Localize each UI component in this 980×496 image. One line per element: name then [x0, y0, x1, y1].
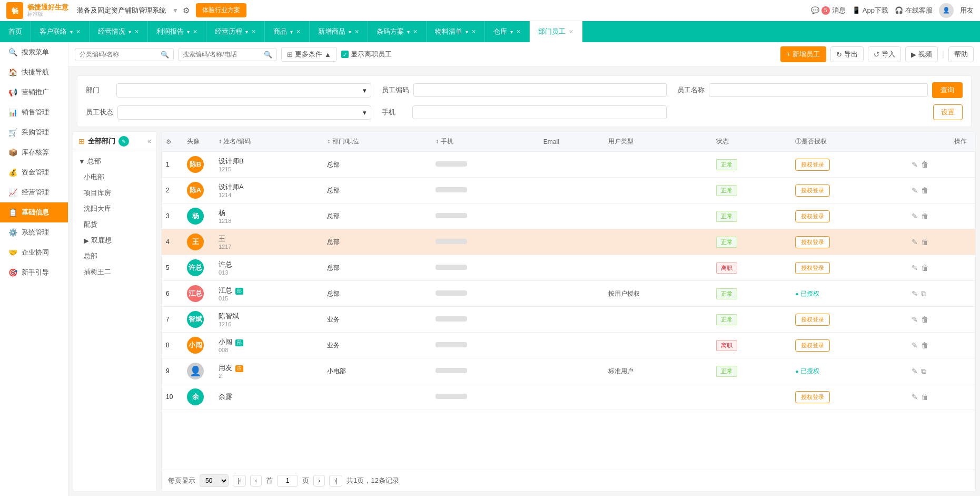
- tab-dept-staff[interactable]: 部门员工✕: [530, 21, 582, 42]
- more-filter-btn[interactable]: ⊞ 更多条件 ▲: [281, 47, 337, 62]
- settings-icon[interactable]: ⚙: [183, 6, 190, 15]
- tab-warehouse[interactable]: 仓库▾✕: [485, 21, 530, 42]
- copy-icon[interactable]: ⧉: [921, 367, 926, 376]
- emp-code-input[interactable]: [413, 83, 667, 97]
- staff-search-box[interactable]: 🔍: [178, 48, 277, 61]
- emp-name-label: 员工名称: [677, 85, 705, 95]
- phone-input[interactable]: [412, 105, 667, 119]
- sidebar-item-collab[interactable]: 🤝 企业协同: [0, 242, 68, 262]
- tab-add-goods[interactable]: 新增商品▾✕: [310, 21, 368, 42]
- app-download-btn[interactable]: 📱 App下载: [852, 6, 888, 15]
- dept-node-chashuwang[interactable]: 插树王二: [73, 264, 156, 280]
- delete-icon[interactable]: 🗑: [921, 341, 928, 349]
- category-search-box[interactable]: 🔍: [75, 48, 174, 61]
- sidebar-item-search[interactable]: 🔍 搜索菜单: [0, 42, 68, 62]
- col-settings[interactable]: ⚙: [162, 132, 183, 152]
- edit-icon[interactable]: ✎: [912, 315, 918, 324]
- edit-icon[interactable]: ✎: [912, 393, 918, 401]
- edit-icon[interactable]: ✎: [912, 264, 918, 272]
- dept-node-root[interactable]: ▼ 总部: [73, 153, 156, 169]
- sidebar-item-basic[interactable]: 📋 基础信息: [0, 202, 68, 222]
- search-btn[interactable]: 查询: [932, 82, 963, 98]
- tab-customer[interactable]: 客户联络▾✕: [31, 21, 90, 42]
- auth-btn[interactable]: 授权登录: [795, 262, 830, 274]
- dept-filter-select[interactable]: ▾: [116, 83, 371, 98]
- delete-icon[interactable]: 🗑: [921, 212, 928, 220]
- edit-icon[interactable]: ✎: [912, 238, 918, 246]
- staff-search-input[interactable]: [183, 51, 262, 58]
- auth-btn[interactable]: 授权登录: [795, 184, 830, 197]
- emp-name-input[interactable]: [709, 83, 928, 97]
- message-btn[interactable]: 💬 5 消息: [811, 6, 846, 15]
- tab-history[interactable]: 经营历程▾✕: [206, 21, 265, 42]
- dept-node-shuanglu[interactable]: ▶ 双鹿想: [73, 232, 156, 248]
- tab-barcode[interactable]: 条码方案▾✕: [368, 21, 427, 42]
- edit-icon[interactable]: ✎: [912, 212, 918, 220]
- view-btn[interactable]: ▶ 视频: [905, 46, 938, 62]
- sidebar-item-system[interactable]: ⚙️ 系统管理: [0, 222, 68, 242]
- col-name[interactable]: ↕ 姓名/编码: [214, 132, 323, 152]
- more-filter-label: 更多条件: [295, 50, 322, 59]
- prev-page-btn[interactable]: ‹: [250, 475, 262, 487]
- dept-node-xiaodian[interactable]: 小电部: [73, 169, 156, 185]
- auth-btn[interactable]: 授权登录: [795, 391, 830, 403]
- delete-icon[interactable]: 🗑: [921, 186, 928, 194]
- edit-icon[interactable]: ✎: [912, 289, 918, 298]
- add-employee-btn[interactable]: + 新增员工: [780, 46, 826, 62]
- tab-bom[interactable]: 物料清单▾✕: [427, 21, 485, 42]
- edit-icon[interactable]: ✎: [912, 367, 918, 376]
- dept-edit-icon[interactable]: ✎: [118, 136, 129, 147]
- message-badge: 5: [821, 6, 830, 15]
- sidebar-item-guide[interactable]: 🎯 新手引导: [0, 262, 68, 283]
- delete-icon[interactable]: 🗑: [921, 315, 928, 324]
- dept-node-zongbu[interactable]: 总部: [73, 248, 156, 264]
- online-service-btn[interactable]: 🎧 在线客服: [895, 6, 933, 15]
- delete-icon[interactable]: 🗑: [921, 160, 928, 169]
- dept-node-peihuo[interactable]: 配货: [73, 217, 156, 232]
- sidebar-item-finance[interactable]: 💰 资金管理: [0, 162, 68, 182]
- show-inactive-checkbox[interactable]: ✓: [341, 51, 349, 58]
- sidebar-item-business[interactable]: 📈 经营管理: [0, 182, 68, 202]
- delete-icon[interactable]: 🗑: [921, 393, 928, 401]
- dept-node-shenyang[interactable]: 沈阳大库: [73, 201, 156, 217]
- user-avatar[interactable]: 👤: [939, 3, 954, 18]
- toolbar: 🔍 🔍 ⊞ 更多条件 ▲ ✓ 显示离职员工 + 新增员工 ↻ 导出: [68, 42, 980, 67]
- page-size-select[interactable]: 50 100: [200, 474, 229, 487]
- category-search-input[interactable]: [80, 51, 159, 58]
- last-page-btn[interactable]: ›|: [329, 475, 342, 487]
- status-filter-select[interactable]: ▾: [117, 105, 371, 120]
- col-phone[interactable]: ↕ 手机: [431, 132, 539, 152]
- dept-node-projectroom[interactable]: 项目库房: [73, 185, 156, 201]
- page-input[interactable]: [277, 475, 298, 487]
- export-btn[interactable]: ↻ 导出: [830, 46, 864, 62]
- import-btn[interactable]: ↺ 导入: [868, 46, 901, 62]
- tab-operation[interactable]: 经营情况▾✕: [90, 21, 148, 42]
- auth-btn[interactable]: 授权登录: [795, 210, 830, 222]
- show-inactive-toggle[interactable]: ✓ 显示离职员工: [341, 50, 392, 59]
- auth-btn[interactable]: 授权登录: [795, 314, 830, 326]
- edit-icon[interactable]: ✎: [912, 160, 918, 169]
- sidebar-item-marketing[interactable]: 📢 营销推广: [0, 82, 68, 102]
- edit-icon[interactable]: ✎: [912, 341, 918, 349]
- edit-icon[interactable]: ✎: [912, 186, 918, 194]
- trial-btn[interactable]: 体验行业方案: [196, 3, 246, 17]
- help-btn[interactable]: 帮助: [948, 46, 974, 62]
- copy-icon[interactable]: ⧉: [921, 289, 926, 298]
- sidebar-item-shortcuts[interactable]: 🏠 快捷导航: [0, 62, 68, 82]
- sidebar-item-stock[interactable]: 📦 库存核算: [0, 142, 68, 162]
- dept-collapse-btn[interactable]: «: [147, 138, 151, 145]
- tab-home[interactable]: 首页: [0, 21, 31, 42]
- delete-icon[interactable]: 🗑: [921, 238, 928, 246]
- auth-btn[interactable]: 授权登录: [795, 236, 830, 248]
- col-dept[interactable]: ↕ 部门/职位: [323, 132, 431, 152]
- delete-icon[interactable]: 🗑: [921, 264, 928, 272]
- sidebar-item-purchase[interactable]: 🛒 采购管理: [0, 122, 68, 142]
- sidebar-item-sales[interactable]: 📊 销售管理: [0, 102, 68, 122]
- tab-profit[interactable]: 利润报告▾✕: [148, 21, 206, 42]
- tab-goods[interactable]: 商品▾✕: [265, 21, 310, 42]
- next-page-btn[interactable]: ›: [313, 475, 325, 487]
- auth-btn[interactable]: 授权登录: [795, 159, 830, 171]
- first-page-btn[interactable]: |‹: [233, 475, 246, 487]
- set-btn[interactable]: 设置: [933, 104, 963, 120]
- auth-btn[interactable]: 授权登录: [795, 339, 830, 352]
